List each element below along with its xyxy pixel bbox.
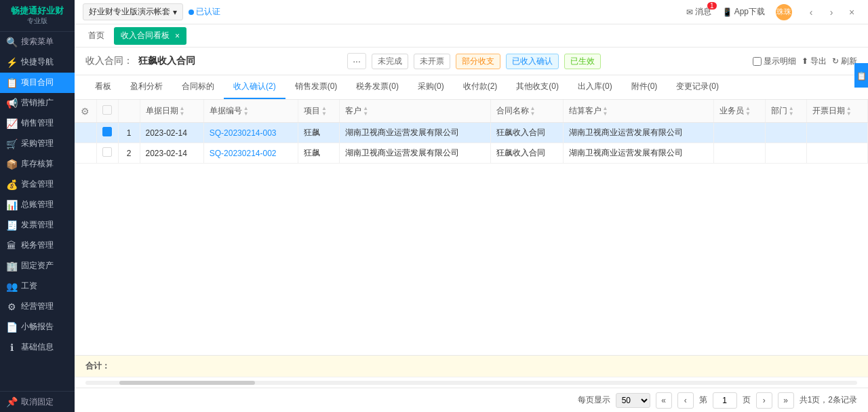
window-close-button[interactable]: × [844,4,860,20]
tab-changes[interactable]: 变更记录(0) [667,75,728,99]
user-avatar-button[interactable]: 珠珠 [776,4,792,20]
td-checkbox-1[interactable] [96,123,118,143]
home-tab[interactable]: 首页 [81,24,111,48]
th-salesperson[interactable]: 业务员 ▲▼ [713,100,765,123]
tab-contract-items[interactable]: 合同标的 [172,75,224,99]
tab-payment[interactable]: 收付款(2) [454,75,507,99]
refresh-button[interactable]: ↻ 刷新 [832,56,857,67]
app-download-button[interactable]: 📱 App下载 [722,6,765,18]
gear-icon[interactable]: ⚙ [81,106,90,117]
certified-label: 已认证 [196,6,220,18]
message-button[interactable]: ✉ 1 消息 [686,6,711,18]
horizontal-scrollbar[interactable] [75,377,868,388]
sort-arrows-contract-name[interactable]: ▲▼ [530,106,536,117]
show-detail-label: 显示明细 [764,56,796,67]
th-contract-name[interactable]: 合同名称 ▲▼ [490,100,563,123]
sort-arrows-department[interactable]: ▲▼ [789,106,794,117]
sidebar-funds-label: 资金管理 [21,179,54,190]
th-settings[interactable]: ⚙ [75,100,96,123]
tab-profit[interactable]: 盈利分析 [121,75,172,99]
sidebar-item-project-contract[interactable]: 📋 项目合同 [0,73,75,93]
tab-kanban[interactable]: 看板 [85,75,121,99]
show-detail-input[interactable] [753,57,762,66]
tab-sales-invoice[interactable]: 销售发票(0) [285,75,347,99]
tab-tax-invoice[interactable]: 税务发票(0) [347,75,408,99]
show-detail-checkbox[interactable]: 显示明细 [753,56,796,67]
tab-revenue-confirm[interactable]: 收入确认(2) [224,75,285,99]
tab-purchase[interactable]: 采购(0) [408,75,454,99]
sort-arrows-invoice-date[interactable]: ▲▼ [846,106,852,117]
select-all-checkbox[interactable] [102,105,112,115]
sort-arrows-bill-no[interactable]: ▲▼ [243,106,249,117]
th-customer[interactable]: 客户 ▲▼ [340,100,490,123]
sort-arrows-settle-customer[interactable]: ▲▼ [603,106,608,117]
sidebar-item-basic[interactable]: ℹ 基础信息 [0,337,75,358]
row-checkbox-2[interactable] [102,147,112,157]
sidebar-item-quick-nav[interactable]: ⚡ 快捷导航 [0,52,75,73]
prev-page-button[interactable]: ‹ [677,392,694,409]
sort-arrows-salesperson[interactable]: ▲▼ [745,106,751,117]
sidebar-item-fixed-asset[interactable]: 🏢 固定资产 [0,256,75,276]
status-uninvoiced[interactable]: 未开票 [414,54,450,69]
export-button[interactable]: ⬆ 导出 [802,56,827,67]
sort-arrows-project[interactable]: ▲▼ [321,106,327,117]
scroll-thumb[interactable] [119,381,255,385]
sidebar-item-funds[interactable]: 💰 资金管理 [0,174,75,195]
sidebar-item-report[interactable]: 📄 小畅报告 [0,317,75,337]
th-invoice-date[interactable]: 开票日期 ▲▼ [806,100,867,123]
bill-no-link-2[interactable]: SQ-20230214-002 [210,149,277,158]
tab-other[interactable]: 其他收支(0) [507,75,568,99]
sidebar-item-purchase[interactable]: 🛒 采购管理 [0,134,75,154]
bill-no-link-1[interactable]: SQ-20230214-003 [210,128,277,138]
td-checkbox-2[interactable] [96,143,118,164]
sidebar-item-marketing[interactable]: 📢 营销推广 [0,93,75,113]
status-partial[interactable]: 部分收支 [456,54,500,69]
next-page-button[interactable]: › [756,392,772,409]
row-checkbox-1[interactable] [102,127,112,136]
td-salesperson-2 [713,143,765,164]
th-checkbox[interactable] [96,100,118,123]
tab-close-button[interactable]: × [175,31,180,41]
th-department[interactable]: 部门 ▲▼ [765,100,806,123]
nav-forward-button[interactable]: › [823,4,840,20]
sidebar-item-hr[interactable]: 👥 工资 [0,276,75,297]
fixed-asset-icon: 🏢 [5,260,18,272]
sidebar-logo: 畅捷通好业财 专业版 [0,0,75,32]
status-effective[interactable]: 已生效 [564,54,601,69]
table-row[interactable]: 2 2023-02-14 SQ-20230214-002 狂飙 湖南卫视商业运营… [75,143,868,164]
company-select[interactable]: 好业财专业版演示帐套 ▾ [83,3,183,20]
td-contract-name-1: 狂飙收入合同 [490,123,563,143]
active-tab-contract[interactable]: 收入合同看板 × [114,27,186,45]
per-page-select[interactable]: 50 100 200 [616,393,650,408]
sort-arrows-customer[interactable]: ▲▼ [363,106,368,117]
scroll-track[interactable] [85,381,857,385]
status-uninvoiced-label: 未开票 [420,56,444,66]
home-tab-label: 首页 [88,30,104,41]
sidebar-pin-button[interactable]: 📌 取消固定 [0,392,75,412]
td-bill-no-1[interactable]: SQ-20230214-003 [203,123,298,143]
th-settle-customer[interactable]: 结算客户 ▲▼ [563,100,713,123]
status-incomplete[interactable]: 未完成 [372,54,408,69]
nav-back-button[interactable]: ‹ [803,4,819,20]
th-date[interactable]: 单据日期 ▲▼ [140,100,203,123]
sidebar-item-tax[interactable]: 🏛 税务管理 [0,236,75,256]
more-button[interactable]: ··· [347,53,366,69]
sidebar-item-ops[interactable]: ⚙ 经营管理 [0,297,75,317]
th-bill-no[interactable]: 单据编号 ▲▼ [203,100,298,123]
float-panel-button[interactable]: 📋 [854,63,868,88]
sidebar-item-sales[interactable]: 📈 销售管理 [0,113,75,134]
first-page-button[interactable]: « [656,392,672,409]
th-project[interactable]: 项目 ▲▼ [298,100,339,123]
td-bill-no-2[interactable]: SQ-20230214-002 [203,143,298,164]
sidebar-item-search[interactable]: 🔍 搜索菜单 [0,32,75,52]
last-page-button[interactable]: » [778,392,794,409]
sidebar-item-inventory[interactable]: 📦 库存核算 [0,154,75,174]
page-number-input[interactable] [713,392,737,409]
table-row[interactable]: 1 2023-02-14 SQ-20230214-003 狂飙 湖南卫视商业运营… [75,123,868,143]
sidebar-item-account[interactable]: 📊 总账管理 [0,195,75,215]
status-confirmed[interactable]: 已收入确认 [506,54,559,69]
sidebar-item-invoice[interactable]: 🧾 发票管理 [0,215,75,236]
tab-warehouse[interactable]: 出入库(0) [568,75,622,99]
tab-attachments[interactable]: 附件(0) [622,75,667,99]
sort-arrows-date[interactable]: ▲▼ [180,106,185,117]
